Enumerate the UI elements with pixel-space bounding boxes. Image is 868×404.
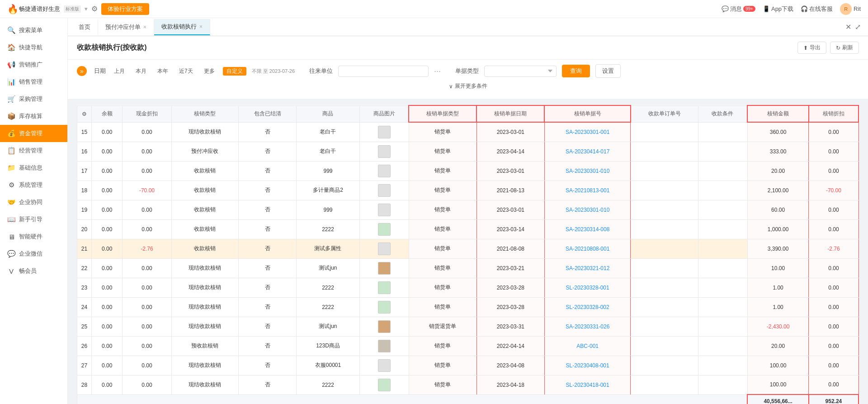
window-expand-button[interactable]: ⤢ bbox=[855, 23, 861, 31]
voucher-no-link[interactable]: SL-20230418-001 bbox=[566, 382, 609, 388]
sidebar-item-12[interactable]: 🖥智能硬件 bbox=[0, 228, 67, 245]
td-writeoff-type: 现结收款核销 bbox=[171, 317, 238, 336]
td-goods-img bbox=[359, 161, 409, 181]
td-cash-discount: 0.00 bbox=[123, 200, 171, 219]
td-amount: 20.00 bbox=[747, 161, 809, 181]
voucher-type-select[interactable] bbox=[484, 66, 557, 77]
sidebar-item-2[interactable]: 📢营销推广 bbox=[0, 56, 67, 73]
online-service-area[interactable]: 🎧 在线客服 bbox=[801, 5, 833, 13]
notification-area[interactable]: 💬 消息 99+ bbox=[722, 5, 755, 13]
export-button[interactable]: ⬆ 导出 bbox=[797, 42, 826, 54]
td-writeoff-type: 收款核销 bbox=[171, 181, 238, 200]
table-row: 15 0.00 0.00 现结收款核销 否 老白干 销货单 2023-03-01… bbox=[77, 122, 859, 142]
app-download-area[interactable]: 📱 App下载 bbox=[763, 5, 793, 13]
voucher-no-link[interactable]: SA-20210813-001 bbox=[566, 187, 609, 194]
voucher-no-link[interactable]: SA-20230414-017 bbox=[566, 148, 609, 155]
date-last-month-button[interactable]: 上月 bbox=[111, 67, 127, 76]
sidebar-item-7[interactable]: 📋经营管理 bbox=[0, 142, 67, 159]
date-more-button[interactable]: 更多 bbox=[201, 67, 217, 76]
tab-writeoff[interactable]: 收款核销执行 × bbox=[154, 19, 210, 35]
sidebar-item-0[interactable]: 🔍搜索菜单 bbox=[0, 22, 67, 39]
td-amount: 10.00 bbox=[747, 258, 809, 278]
sidebar-item-10[interactable]: 🤝企业协同 bbox=[0, 194, 67, 211]
td-id: 17 bbox=[77, 161, 92, 181]
table-row: 21 0.00 -2.76 收款核销 否 测试多属性 销货单 2021-08-0… bbox=[77, 239, 859, 258]
th-gear[interactable]: ⚙ bbox=[77, 105, 92, 122]
sidebar-item-9[interactable]: ⚙系统管理 bbox=[0, 176, 67, 194]
td-goods: 测试jun bbox=[297, 317, 359, 336]
setting-button[interactable]: 设置 bbox=[595, 64, 621, 78]
gear-icon[interactable]: ⚙ bbox=[82, 111, 87, 117]
sidebar-item-13[interactable]: 💬企业微信 bbox=[0, 245, 67, 262]
sidebar-icon-3: 📊 bbox=[7, 78, 15, 86]
th-included: 包含已结清 bbox=[238, 105, 296, 122]
user-avatar[interactable]: R Rit bbox=[840, 3, 861, 15]
filter-toggle-button[interactable]: » bbox=[77, 66, 87, 76]
voucher-no-link[interactable]: SA-20230331-026 bbox=[566, 323, 609, 330]
chevron-down-icon: ∨ bbox=[449, 83, 453, 90]
td-voucher-no: SA-20210813-001 bbox=[544, 181, 631, 200]
voucher-no-link[interactable]: SA-20230301-001 bbox=[566, 129, 609, 135]
td-writeoff-type: 收款核销 bbox=[171, 219, 238, 239]
tab-prepay[interactable]: 预付冲应付单 × bbox=[98, 19, 154, 35]
voucher-type-label: 单据类型 bbox=[455, 67, 479, 75]
date-7days-button[interactable]: 近7天 bbox=[176, 67, 196, 76]
sidebar-item-6[interactable]: 💰资金管理 bbox=[0, 125, 67, 142]
td-amount: 100.00 bbox=[747, 356, 809, 375]
voucher-no-link[interactable]: SA-20230301-010 bbox=[566, 207, 609, 213]
settings-icon[interactable]: ⚙ bbox=[91, 5, 98, 13]
td-voucher-date: 2023-04-14 bbox=[476, 142, 544, 161]
date-custom-button[interactable]: 自定义 bbox=[223, 67, 246, 76]
tab-home[interactable]: 首页 bbox=[71, 19, 98, 35]
chevron-down-icon[interactable]: ▾ bbox=[85, 5, 88, 12]
expand-more-button[interactable]: ∨ 展开更多条件 bbox=[449, 82, 487, 90]
app-download-label: App下载 bbox=[771, 5, 793, 13]
date-this-year-button[interactable]: 本年 bbox=[155, 67, 171, 76]
td-balance: 0.00 bbox=[92, 219, 123, 239]
sidebar-item-8[interactable]: 📁基础信息 bbox=[0, 159, 67, 176]
td-voucher-date: 2021-08-08 bbox=[476, 239, 544, 258]
td-cash-discount: 0.00 bbox=[123, 122, 171, 142]
sidebar-item-5[interactable]: 📦库存核算 bbox=[0, 108, 67, 125]
td-balance: 0.00 bbox=[92, 181, 123, 200]
date-this-month-button[interactable]: 本月 bbox=[133, 67, 149, 76]
tab-prepay-close-icon[interactable]: × bbox=[143, 24, 146, 30]
sidebar-item-3[interactable]: 📊销售管理 bbox=[0, 73, 67, 90]
counterparty-input[interactable] bbox=[338, 66, 429, 77]
td-voucher-type: 销货单 bbox=[409, 356, 476, 375]
voucher-no-link[interactable]: ABC-001 bbox=[576, 343, 599, 349]
voucher-no-link[interactable]: SA-20210808-001 bbox=[566, 246, 609, 252]
td-goods: 2222 bbox=[297, 278, 359, 297]
main-content: 首页 预付冲应付单 × 收款核销执行 × ✕ ⤢ 收款核销执行(按收款) bbox=[68, 18, 868, 404]
td-voucher-type: 销货单 bbox=[409, 258, 476, 278]
mobile-icon: 📱 bbox=[763, 5, 770, 12]
td-id: 24 bbox=[77, 297, 92, 317]
tab-writeoff-close-icon[interactable]: × bbox=[199, 24, 203, 30]
sidebar-icon-1: 🏠 bbox=[7, 43, 15, 52]
table-scroll[interactable]: ⚙ 余额 现金折扣 核销类型 包含已结清 商品 商品图片 核销单据类型 核销单据… bbox=[77, 105, 859, 404]
window-close-button[interactable]: ✕ bbox=[845, 23, 851, 31]
sidebar-label-0: 搜索菜单 bbox=[19, 26, 42, 34]
refresh-button[interactable]: ↻ 刷新 bbox=[830, 42, 859, 54]
voucher-no-link[interactable]: SA-20230314-008 bbox=[566, 226, 609, 233]
sidebar-item-1[interactable]: 🏠快捷导航 bbox=[0, 39, 67, 56]
industry-solution-button[interactable]: 体验行业方案 bbox=[101, 3, 149, 15]
voucher-no-link[interactable]: SL-20230328-002 bbox=[566, 304, 609, 310]
td-goods-img bbox=[359, 122, 409, 142]
sidebar-item-4[interactable]: 🛒采购管理 bbox=[0, 90, 67, 108]
voucher-no-link[interactable]: SA-20230321-012 bbox=[566, 265, 609, 271]
notification-label: 消息 bbox=[730, 5, 742, 13]
brand-sub: 标准版 bbox=[64, 5, 81, 13]
tab-home-label: 首页 bbox=[79, 23, 90, 31]
td-included: 否 bbox=[238, 258, 296, 278]
counterparty-dots-icon[interactable]: ··· bbox=[434, 67, 441, 76]
query-button[interactable]: 查询 bbox=[562, 65, 590, 77]
sidebar-item-14[interactable]: V畅会员 bbox=[0, 262, 67, 280]
td-writeoff-type: 现结收款核销 bbox=[171, 356, 238, 375]
sidebar-item-11[interactable]: 📖新手引导 bbox=[0, 211, 67, 228]
page-header: 收款核销执行(按收款) ⬆ 导出 ↻ 刷新 bbox=[68, 36, 868, 60]
voucher-no-link[interactable]: SL-20230408-001 bbox=[566, 362, 609, 369]
td-voucher-date: 2023-04-18 bbox=[476, 375, 544, 394]
voucher-no-link[interactable]: SA-20230301-010 bbox=[566, 168, 609, 174]
voucher-no-link[interactable]: SL-20230328-001 bbox=[566, 285, 609, 291]
